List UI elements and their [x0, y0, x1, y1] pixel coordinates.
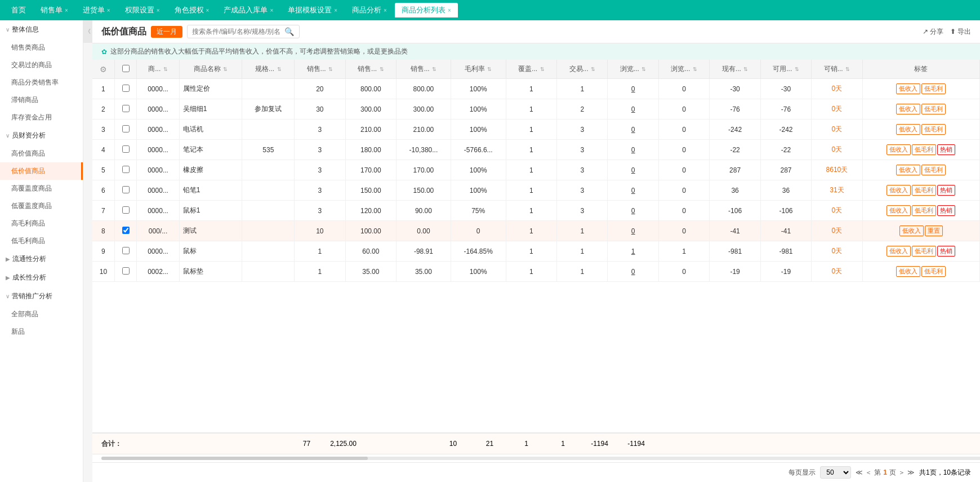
nav-item-进货单[interactable]: 进货单× — [76, 3, 117, 17]
row-checkbox[interactable] — [122, 186, 130, 193]
nav-item-产成品入库单[interactable]: 产成品入库单× — [217, 3, 280, 17]
prev-page-button2[interactable]: ＜ — [865, 468, 872, 477]
horizontal-scrollbar[interactable] — [101, 457, 980, 460]
col-header-browse2[interactable]: 浏览... ⇅ — [658, 60, 709, 79]
browse-link[interactable]: 0 — [631, 85, 635, 93]
cell-sellable: 0天 — [812, 79, 862, 99]
row-checkbox[interactable] — [122, 125, 130, 132]
cell-sale_cost: 0.00 — [397, 221, 451, 241]
row-checkbox[interactable] — [122, 85, 130, 92]
browse-link[interactable]: 0 — [631, 187, 635, 194]
nav-item-商品分析[interactable]: 商品分析× — [345, 3, 394, 17]
browse-link[interactable]: 0 — [631, 207, 635, 215]
sidebar-group-流通性分析[interactable]: ▶ 流通性分析 — [0, 250, 83, 268]
row-checkbox[interactable] — [122, 105, 130, 112]
col-header-spec[interactable]: 规格... ⇅ — [242, 60, 295, 79]
browse-link[interactable]: 0 — [631, 105, 635, 113]
sidebar-item-新品[interactable]: 新品 — [0, 323, 83, 341]
cell-browse1: 1 — [608, 241, 658, 262]
sidebar-item-交易过的商品[interactable]: 交易过的商品 — [0, 56, 83, 74]
sidebar-group-成长性分析[interactable]: ▶ 成长性分析 — [0, 268, 83, 287]
cell-name: 橡皮擦 — [179, 160, 242, 180]
row-checkbox[interactable] — [122, 145, 130, 153]
row-checkbox[interactable] — [122, 206, 130, 214]
sidebar-item-销售类商品[interactable]: 销售类商品 — [0, 39, 83, 56]
sidebar-item-高覆盖度商品[interactable]: 高覆盖度商品 — [0, 180, 83, 197]
sellable-days: 0天 — [832, 267, 843, 275]
next-page-button[interactable]: ＞ — [898, 468, 905, 477]
sidebar-item-低毛利商品[interactable]: 低毛利商品 — [0, 232, 83, 250]
main-content: 低价值商品 近一月 🔍 ↗ 分享 ⬆ 导出 ✿ 这部分商品的销售收入大幅低于商品… — [92, 20, 980, 482]
col-header-margin[interactable]: 毛利率 ⇅ — [451, 60, 506, 79]
col-header-sellable[interactable]: 可销... ⇅ — [812, 60, 862, 79]
cell-sale_amt: 150.00 — [345, 180, 396, 201]
row-checkbox[interactable] — [122, 247, 130, 254]
nav-item-商品分析列表[interactable]: 商品分析列表× — [395, 3, 458, 17]
per-page-select[interactable]: 50 100 — [820, 466, 851, 479]
sidebar-item-滞销商品[interactable]: 滞销商品 — [0, 91, 83, 109]
nav-close-icon[interactable]: × — [384, 7, 387, 14]
nav-close-icon[interactable]: × — [65, 7, 68, 14]
nav-close-icon[interactable]: × — [157, 7, 160, 14]
nav-close-icon[interactable]: × — [270, 7, 273, 14]
cell-tags: 低收入低毛利 — [862, 79, 979, 99]
col-header-avail[interactable]: 可用... ⇅ — [760, 60, 811, 79]
nav-item-权限设置[interactable]: 权限设置× — [118, 3, 167, 17]
select-all-checkbox[interactable] — [122, 65, 130, 72]
sidebar-group-营销推广分析[interactable]: ∨ 营销推广分析 — [0, 287, 83, 306]
export-button[interactable]: ⬆ 导出 — [950, 27, 971, 37]
sidebar-item-库存资金占用[interactable]: 库存资金占用 — [0, 109, 83, 126]
sidebar-item-商品分类销售率[interactable]: 商品分类销售率 — [0, 74, 83, 91]
col-header-browse1[interactable]: 浏览... ⇅ — [608, 60, 658, 79]
cell-name: 笔记本 — [179, 140, 242, 160]
browse-link[interactable]: 0 — [631, 126, 635, 134]
sidebar-item-低价值商品[interactable]: 低价值商品 — [0, 162, 83, 180]
cell-stock: -22 — [710, 140, 760, 160]
col-header-sale_amt[interactable]: 销售... ⇅ — [345, 60, 396, 79]
tag-低收入: 低收入 — [896, 83, 920, 94]
nav-item-首页[interactable]: 首页 — [5, 3, 33, 17]
col-header-sale_cost[interactable]: 销售... ⇅ — [397, 60, 451, 79]
sidebar-item-低覆盖度商品[interactable]: 低覆盖度商品 — [0, 197, 83, 215]
nav-close-icon[interactable]: × — [107, 7, 110, 14]
sidebar-item-高价值商品[interactable]: 高价值商品 — [0, 145, 83, 162]
cell-num: 8 — [92, 221, 114, 241]
cell-num: 1 — [92, 79, 114, 99]
browse-link[interactable]: 0 — [631, 166, 635, 174]
sidebar-group-员财资分析[interactable]: ∨ 员财资分析 — [0, 126, 83, 145]
row-checkbox[interactable] — [122, 267, 130, 275]
browse-link[interactable]: 0 — [631, 146, 635, 154]
nav-item-销售单[interactable]: 销售单× — [34, 3, 75, 17]
next-page-button2[interactable]: ≫ — [907, 468, 915, 476]
nav-item-单据模板设置[interactable]: 单据模板设置× — [281, 3, 344, 17]
sidebar-item-全部商品[interactable]: 全部商品 — [0, 306, 83, 323]
browse-link[interactable]: 0 — [631, 227, 635, 235]
col-header-trade[interactable]: 交易... ⇅ — [557, 60, 608, 79]
col-header-cover[interactable]: 覆盖... ⇅ — [506, 60, 556, 79]
scrollbar-thumb[interactable] — [101, 457, 368, 460]
nav-close-icon[interactable]: × — [448, 7, 451, 14]
nav-close-icon[interactable]: × — [206, 7, 210, 14]
cell-sale_amt: 210.00 — [345, 120, 396, 140]
col-header-sale_qty[interactable]: 销售... ⇅ — [295, 60, 345, 79]
share-button[interactable]: ↗ 分享 — [923, 27, 943, 37]
period-button[interactable]: 近一月 — [151, 26, 182, 38]
row-checkbox[interactable] — [122, 227, 130, 234]
nav-close-icon[interactable]: × — [334, 7, 337, 14]
row-checkbox[interactable] — [122, 166, 130, 173]
browse-link[interactable]: 1 — [631, 247, 635, 255]
cell-margin: -164.85% — [451, 241, 506, 262]
cell-name: 铅笔1 — [179, 180, 242, 201]
nav-item-角色授权[interactable]: 角色授权× — [168, 3, 216, 17]
sidebar-group-整体信息[interactable]: ∨ 整体信息 — [0, 20, 83, 39]
search-input[interactable] — [192, 28, 282, 36]
cell-margin: 100% — [451, 99, 506, 120]
col-header-code[interactable]: 商... ⇅ — [137, 60, 180, 79]
col-header-name[interactable]: 商品名称 ⇅ — [179, 60, 242, 79]
sidebar-item-高毛利商品[interactable]: 高毛利商品 — [0, 215, 83, 232]
collapse-sidebar-button[interactable]: 《 — [83, 20, 92, 43]
gear-icon[interactable]: ⚙ — [100, 65, 107, 74]
browse-link[interactable]: 0 — [631, 268, 635, 276]
prev-page-button[interactable]: ≪ — [856, 468, 863, 476]
col-header-stock[interactable]: 现有... ⇅ — [710, 60, 760, 79]
